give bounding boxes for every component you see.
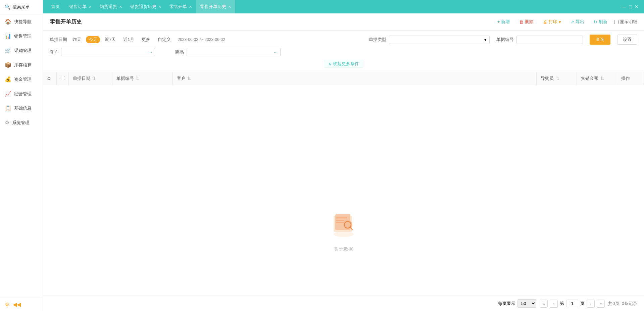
date-opt-1month[interactable]: 近1月 — [120, 36, 137, 43]
finance-mgmt-label: 资金管理 — [14, 76, 32, 83]
basic-info-icon: 📋 — [5, 105, 11, 111]
print-icon: 🖨 — [543, 19, 547, 24]
doc-type-field: 单据类型 ▾ — [369, 36, 490, 44]
goods-field: 商品 ··· — [175, 48, 281, 56]
home-tab-label: 首页 — [51, 4, 60, 10]
delete-button[interactable]: 🗑 删除 — [516, 17, 536, 26]
sidebar-item-quick-nav[interactable]: 🏠快捷导航 — [0, 14, 43, 29]
sales-return-tab[interactable]: 销货退货✕ — [96, 0, 126, 13]
prev-page-button[interactable]: ‹ — [550, 300, 558, 308]
goods-ellipsis-icon[interactable]: ··· — [274, 50, 278, 55]
sidebar-item-sales-mgmt[interactable]: 📊销售管理 — [0, 29, 43, 43]
th-date[interactable]: 单据日期 ⇅ — [68, 72, 112, 85]
th-amount[interactable]: 实销金额 ⇅ — [577, 72, 617, 85]
th-customer[interactable]: 客户 ⇅ — [172, 72, 537, 85]
display-cols-input[interactable] — [614, 20, 618, 24]
last-page-button[interactable]: » — [597, 300, 605, 308]
page-size-label: 每页显示 — [498, 301, 515, 307]
svg-rect-4 — [336, 220, 344, 221]
search-button[interactable]: 🔍 搜索采单 — [0, 0, 43, 14]
retail-order-history-tab[interactable]: 零售开单历史✕ — [196, 0, 235, 13]
date-opt-today[interactable]: 今天 — [86, 36, 100, 43]
trash-icon: 🗑 — [519, 19, 524, 24]
th-settings[interactable]: ⚙ — [43, 72, 56, 85]
page-size-select: 每页显示 10 20 50 100 — [498, 299, 536, 308]
date-opt-7days[interactable]: 近7天 — [102, 36, 118, 43]
print-button[interactable]: 🖨 打印 ▾ — [540, 17, 564, 26]
select-all-checkbox[interactable] — [61, 76, 65, 80]
amount-sort-icon: ⇅ — [600, 76, 604, 81]
date-opt-custom[interactable]: 自定义 — [155, 36, 174, 43]
refresh-button[interactable]: ↻ 刷新 — [591, 17, 610, 26]
retail-order-tab[interactable]: 零售开单✕ — [165, 0, 196, 13]
sidebar-item-inventory[interactable]: 📦库存核算 — [0, 58, 43, 72]
th-guide[interactable]: 导购员 ⇅ — [537, 72, 577, 85]
system-mgmt-label: 系统管理 — [12, 120, 30, 126]
collapse-icon[interactable]: ◀◀ — [13, 301, 21, 308]
add-button[interactable]: + 新增 — [495, 17, 512, 26]
export-icon: ↗ — [571, 19, 574, 24]
customer-field: 客户 ··· — [50, 48, 155, 56]
search-icon: 🔍 — [5, 4, 10, 10]
sidebar-item-operation-mgmt[interactable]: 📈经营管理 — [0, 87, 43, 101]
window-close-icon[interactable]: ✕ — [635, 4, 639, 9]
next-page-button[interactable]: › — [587, 300, 595, 308]
sales-return-tab-close-icon[interactable]: ✕ — [119, 5, 122, 9]
goods-label: 商品 — [175, 49, 184, 55]
retail-order-tab-close-icon[interactable]: ✕ — [189, 5, 192, 9]
display-cols-checkbox[interactable]: 显示明细 — [614, 19, 637, 25]
first-page-button[interactable]: « — [540, 300, 548, 308]
page-number-input[interactable] — [566, 300, 578, 307]
settings-icon[interactable]: ⚙ — [5, 301, 9, 308]
date-filter-field: 单据日期 昨天 今天 近7天 近1月 更多 自定义 2023-06-02 至 2… — [50, 36, 225, 43]
th-sn[interactable]: 单据编号 ⇅ — [112, 72, 172, 85]
operation-mgmt-icon: 📈 — [5, 91, 11, 97]
quick-nav-icon: 🏠 — [5, 18, 11, 25]
collapse-button[interactable]: ∧ 收起更多条件 — [324, 60, 363, 68]
filter-row-1: 单据日期 昨天 今天 近7天 近1月 更多 自定义 2023-06-02 至 2… — [50, 35, 637, 45]
page-size-dropdown[interactable]: 10 20 50 100 — [517, 299, 536, 308]
page-header: 零售开单历史 + 新增 🗑 删除 🖨 打印 ▾ ↗ 导出 ↻ 刷新 显 — [43, 13, 644, 31]
window-minimize-icon[interactable]: — — [622, 4, 627, 9]
date-range: 2023-06-02 至 2023-06-02 — [178, 37, 225, 43]
basic-info-label: 基础信息 — [14, 105, 32, 111]
home-tab[interactable]: 首页 — [46, 0, 65, 13]
sales-order-tab[interactable]: 销售订单✕ — [65, 0, 96, 13]
page-total: 共0页, 0条记录 — [608, 301, 637, 307]
th-checkbox[interactable] — [56, 72, 68, 85]
sidebar-item-finance-mgmt[interactable]: 💰资金管理 — [0, 72, 43, 87]
sales-order-tab-close-icon[interactable]: ✕ — [89, 5, 92, 9]
doc-no-input[interactable] — [519, 37, 580, 42]
query-button[interactable]: 查询 — [590, 35, 610, 45]
sidebar-nav: 🏠快捷导航📊销售管理🛒采购管理📦库存核算💰资金管理📈经营管理📋基础信息⚙系统管理 — [0, 14, 43, 298]
quick-nav-label: 快捷导航 — [14, 19, 32, 25]
print-chevron-icon: ▾ — [559, 19, 561, 24]
pagination-bar: 每页显示 10 20 50 100 « ‹ 第 页 › » 共0页, 0条记录 — [43, 296, 644, 311]
operation-mgmt-label: 经营管理 — [14, 91, 32, 97]
sidebar-item-purchase-mgmt[interactable]: 🛒采购管理 — [0, 43, 43, 58]
sidebar-item-basic-info[interactable]: 📋基础信息 — [0, 101, 43, 115]
sales-return-history-tab-close-icon[interactable]: ✕ — [158, 5, 161, 9]
retail-order-history-tab-label: 零售开单历史 — [200, 4, 226, 10]
doc-type-label: 单据类型 — [369, 37, 386, 43]
customer-ellipsis-icon[interactable]: ··· — [148, 50, 152, 55]
date-sort-icon: ⇅ — [92, 76, 96, 81]
sn-sort-icon: ⇅ — [136, 76, 139, 81]
table-container: ⚙ 单据日期 ⇅ 单据编号 ⇅ 客户 — [43, 72, 644, 164]
retail-order-history-tab-close-icon[interactable]: ✕ — [228, 5, 231, 9]
doc-type-chevron-icon: ▾ — [484, 37, 487, 42]
sales-mgmt-icon: 📊 — [5, 33, 11, 39]
sales-return-tab-label: 销货退货 — [100, 4, 117, 10]
inventory-icon: 📦 — [5, 62, 11, 68]
export-button[interactable]: ↗ 导出 — [568, 17, 587, 26]
goods-input[interactable] — [190, 50, 273, 55]
date-opt-yesterday[interactable]: 昨天 — [70, 36, 84, 43]
settings-button[interactable]: 设置 — [617, 35, 637, 45]
window-maximize-icon[interactable]: □ — [629, 4, 632, 9]
sidebar-item-system-mgmt[interactable]: ⚙系统管理 — [0, 115, 43, 130]
sales-return-history-tab[interactable]: 销货退货历史✕ — [126, 0, 165, 13]
empty-text: 暂无数据 — [334, 246, 353, 252]
date-opt-more[interactable]: 更多 — [139, 36, 153, 43]
customer-input[interactable] — [64, 50, 147, 55]
doc-type-select[interactable]: ▾ — [389, 36, 490, 44]
